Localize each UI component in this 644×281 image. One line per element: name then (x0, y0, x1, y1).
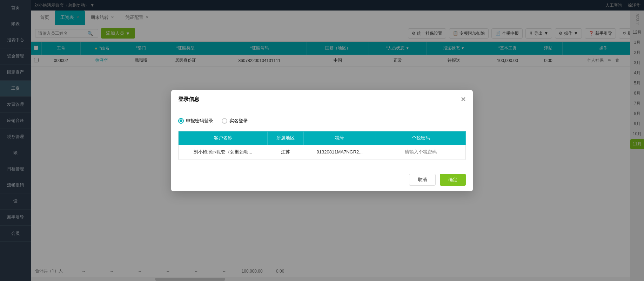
dialog-tax-password-input[interactable] (380, 149, 461, 155)
dialog-table-header-region: 所属地区 (268, 131, 303, 145)
dialog-title: 登录信息 (178, 96, 199, 103)
radio-realname-circle (222, 118, 227, 124)
login-dialog: 登录信息 ✕ 申报密码登录 实名登录 客户名称 所属 (171, 90, 473, 191)
radio-password-login[interactable]: 申报密码登录 (178, 118, 213, 124)
customer-table: 客户名称 所属地区 税号 个税密码 刘小艳演示账套（勿删勿动... 江苏 913… (178, 131, 466, 160)
dialog-header: 登录信息 ✕ (171, 90, 473, 109)
dialog-overlay: 登录信息 ✕ 申报密码登录 实名登录 客户名称 所属 (0, 0, 644, 281)
dialog-customer-name: 刘小艳演示账套（勿删勿动... (179, 145, 268, 160)
dialog-body: 申报密码登录 实名登录 客户名称 所属地区 税号 个税密码 (171, 109, 473, 168)
dialog-table-row: 刘小艳演示账套（勿删勿动... 江苏 91320811MA7NGR2... (179, 145, 466, 160)
dialog-region: 江苏 (268, 145, 303, 160)
dialog-tax-password-cell[interactable] (376, 145, 466, 160)
dialog-table-header-password: 个税密码 (376, 131, 466, 145)
dialog-close-button[interactable]: ✕ (461, 96, 466, 103)
dialog-tax-id: 91320811MA7NGR2... (303, 145, 376, 160)
cancel-button[interactable]: 取消 (409, 174, 436, 186)
dialog-table-header-name: 客户名称 (179, 131, 268, 145)
dialog-footer: 取消 确定 (171, 168, 473, 191)
radio-realname-login[interactable]: 实名登录 (222, 118, 248, 124)
radio-password-circle (178, 118, 184, 124)
dialog-table-header-taxid: 税号 (303, 131, 376, 145)
login-type-radio-group: 申报密码登录 实名登录 (178, 118, 466, 124)
confirm-button[interactable]: 确定 (440, 174, 466, 186)
